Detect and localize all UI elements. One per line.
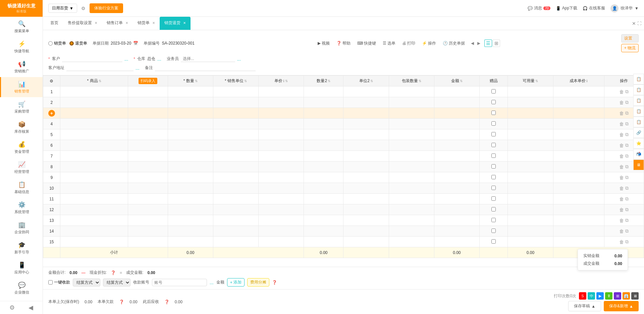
save-new-dropdown-icon[interactable]: ▲ (629, 304, 633, 309)
sidebar-item-search[interactable]: 🔍 搜索菜单 (0, 17, 43, 37)
data-cell[interactable] (213, 172, 258, 183)
data-cell[interactable] (259, 119, 304, 129)
tab-sale-price-close[interactable]: ✕ (95, 21, 97, 25)
product-cell[interactable] (60, 237, 128, 247)
data-cell[interactable] (389, 140, 434, 151)
calculate-method-select[interactable]: 结算方式 (103, 278, 130, 287)
data-cell[interactable] (304, 151, 343, 162)
data-cell[interactable] (304, 204, 343, 215)
sidebar-item-system[interactable]: ⚙️ 系统管理 (0, 198, 43, 218)
copy-row-btn[interactable]: ⧉ (625, 185, 629, 191)
message-item[interactable]: 💬 消息 70 (528, 5, 550, 11)
price-info-icon[interactable]: ℹ (283, 79, 284, 83)
operate-btn[interactable]: ⚡ 操作 (420, 40, 438, 47)
data-cell[interactable] (304, 86, 343, 97)
data-cell[interactable] (389, 151, 434, 162)
data-cell[interactable] (213, 97, 258, 108)
data-cell[interactable] (479, 162, 507, 172)
tab-close-all[interactable]: ✕ (632, 21, 636, 26)
gift-checkbox[interactable] (491, 164, 496, 169)
radio-sale-item[interactable]: 销货单 (48, 41, 66, 46)
data-cell[interactable] (343, 108, 389, 119)
shortcut-btn[interactable]: ⌨ 快捷键 (355, 40, 378, 47)
data-cell[interactable] (389, 108, 434, 119)
product-cell[interactable] (60, 226, 128, 237)
data-cell[interactable] (213, 194, 258, 204)
tab-sale-delivery[interactable]: 销货单 ✕ (133, 17, 160, 30)
radio-return[interactable] (69, 41, 74, 46)
data-cell[interactable] (508, 119, 553, 129)
data-cell[interactable] (389, 183, 434, 194)
list-view-btn[interactable]: ☰ (484, 40, 492, 47)
gift-checkbox[interactable] (491, 143, 496, 147)
sidebar-item-operation[interactable]: 📈 经营管理 (0, 158, 43, 178)
product-cell[interactable] (60, 97, 128, 108)
copy-row-btn[interactable]: ⧉ (625, 142, 629, 148)
help-btn[interactable]: ❓ 帮助 (334, 40, 353, 47)
data-cell[interactable] (168, 86, 213, 97)
data-cell[interactable] (128, 151, 168, 162)
data-cell[interactable] (128, 172, 168, 183)
data-cell[interactable] (508, 162, 553, 172)
data-cell[interactable] (508, 108, 553, 119)
data-cell[interactable] (343, 97, 389, 108)
next-arrow[interactable]: ▶ (476, 40, 482, 46)
tab-home[interactable]: 首页 (46, 17, 63, 30)
data-cell[interactable] (343, 119, 389, 129)
data-cell[interactable] (389, 172, 434, 183)
data-cell[interactable] (213, 119, 258, 129)
data-cell[interactable] (508, 151, 553, 162)
tab-sale-return-close[interactable]: ✕ (183, 21, 186, 25)
data-cell[interactable] (479, 226, 507, 237)
gift-checkbox[interactable] (491, 196, 496, 201)
pack-sort-icon[interactable]: ⇅ (419, 79, 421, 83)
r-icon-1[interactable]: 📋 (633, 74, 644, 84)
copy-row-btn[interactable]: ⧉ (625, 196, 629, 202)
data-cell[interactable] (128, 226, 168, 237)
tab-sale-order-close[interactable]: ✕ (125, 21, 128, 25)
data-cell[interactable] (259, 172, 304, 183)
data-cell[interactable] (434, 183, 479, 194)
data-cell[interactable] (213, 108, 258, 119)
address-select-btn[interactable]: ... (136, 65, 140, 71)
one-click-label[interactable]: 一键收款 (48, 279, 70, 285)
delete-row-btn[interactable]: 🗑 (619, 89, 624, 95)
product-cell[interactable] (60, 151, 128, 162)
gift-checkbox[interactable] (491, 100, 496, 104)
account-select-btn[interactable]: ... (210, 280, 214, 285)
data-cell[interactable] (389, 237, 434, 247)
data-cell[interactable] (128, 119, 168, 129)
r-icon-5[interactable]: 📋 (633, 117, 644, 127)
amount-sort-icon[interactable]: ⇅ (460, 79, 463, 83)
data-cell[interactable] (508, 226, 553, 237)
data-cell[interactable] (304, 129, 343, 140)
col-settings[interactable]: ⚙ (43, 76, 60, 86)
radio-return-item[interactable]: 退货单 (69, 41, 87, 46)
data-cell[interactable] (508, 204, 553, 215)
calendar-icon[interactable]: 📅 (133, 41, 138, 46)
data-cell[interactable] (508, 86, 553, 97)
data-cell[interactable] (259, 151, 304, 162)
data-cell[interactable] (304, 97, 343, 108)
gift-checkbox[interactable] (491, 218, 496, 222)
data-cell[interactable] (168, 129, 213, 140)
gift-checkbox[interactable] (491, 207, 496, 211)
data-cell[interactable] (168, 172, 213, 183)
add-row-btn[interactable]: + (48, 110, 55, 117)
sidebar-item-member[interactable]: 👑 畅会员 (0, 298, 43, 301)
data-cell[interactable] (479, 172, 507, 183)
product-cell[interactable] (60, 204, 128, 215)
data-cell[interactable] (389, 129, 434, 140)
sidebar-item-purchase[interactable]: 🛒 采购管理 (0, 97, 43, 117)
data-cell[interactable] (304, 183, 343, 194)
product-sort-icon[interactable]: ⇅ (99, 79, 101, 83)
copy-row-btn[interactable]: ⧉ (625, 100, 629, 105)
r-icon-9[interactable]: 🖥 (633, 160, 644, 170)
expense-btn[interactable]: 费用分摊 (247, 278, 269, 287)
data-cell[interactable] (304, 215, 343, 226)
data-cell[interactable] (343, 140, 389, 151)
delete-row-btn[interactable]: 🗑 (619, 207, 624, 212)
customer-input[interactable] (62, 56, 122, 62)
one-click-checkbox[interactable] (48, 280, 53, 285)
product-cell[interactable] (60, 108, 128, 119)
